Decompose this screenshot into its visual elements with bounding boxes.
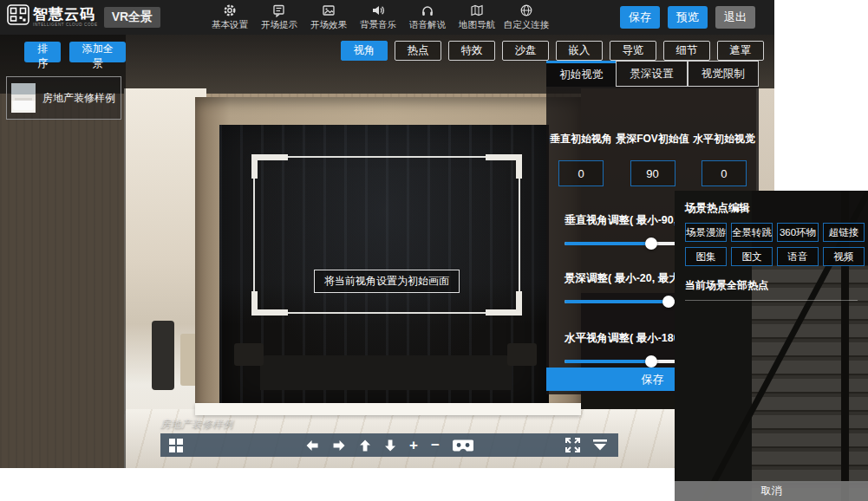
- menu-item-opening-prompt[interactable]: 开场提示: [258, 3, 300, 31]
- brand-name: 智慧云码: [33, 7, 98, 22]
- menu-item-basic-settings[interactable]: 基本设置: [209, 3, 251, 31]
- hotspot-type-360-object[interactable]: 360环物: [777, 223, 819, 242]
- pan-down-icon[interactable]: [384, 439, 396, 452]
- tab-initial-view[interactable]: 初始视觉: [546, 61, 616, 87]
- menu-item-background-music[interactable]: 背景音乐: [357, 3, 399, 31]
- menu-label: 基本设置: [212, 19, 248, 31]
- scene-list-item[interactable]: 房地产装修样例: [6, 76, 121, 120]
- settings-tabbar: 初始视觉 景深设置 视觉限制: [546, 61, 759, 87]
- sort-button[interactable]: 排序: [24, 42, 61, 62]
- map-icon: [470, 3, 484, 17]
- table-lamp: [507, 343, 537, 366]
- vertical-initial-label: 垂直初始视角: [550, 132, 612, 146]
- zoom-out-icon[interactable]: −: [431, 438, 440, 452]
- menu-item-map-navigation[interactable]: 地图导航: [456, 3, 498, 31]
- preview-button[interactable]: 预览: [668, 6, 708, 29]
- hotspot-type-hyperlink[interactable]: 超链接: [823, 223, 865, 242]
- fullscreen-icon[interactable]: [565, 438, 580, 452]
- hotspot-edit-panel: 场景热点编辑 场景漫游 全景转跳 360环物 超链接 图集 图文 语音 视频 当…: [675, 191, 868, 501]
- pan-left-icon[interactable]: [305, 439, 319, 452]
- hotspot-type-scene-roam[interactable]: 场景漫游: [685, 223, 727, 242]
- slider-thumb[interactable]: [645, 237, 657, 250]
- prompt-icon: [272, 3, 286, 17]
- initial-view-fields: 垂直初始视角 景深FOV初始值 水平初始视觉: [546, 132, 759, 186]
- hotspot-type-grid: 场景漫游 全景转跳 360环物 超链接 图集 图文 语音 视频: [675, 216, 868, 266]
- tab-mask[interactable]: 遮罩: [717, 41, 764, 61]
- dark-chair: [152, 321, 174, 390]
- speaker-icon: [371, 3, 385, 17]
- cancel-button[interactable]: 取消: [675, 481, 868, 501]
- globe-icon: [519, 3, 533, 17]
- effect-image-icon: [322, 3, 336, 17]
- viewfinder-corner: [251, 154, 288, 179]
- tab-effects[interactable]: 特效: [448, 41, 495, 61]
- hotspot-type-pano-jump[interactable]: 全景转跳: [731, 223, 773, 242]
- slider-fill: [565, 300, 669, 303]
- tab-tour[interactable]: 导览: [610, 41, 656, 61]
- header-menu: 基本设置 开场提示 开场效果: [209, 3, 547, 31]
- pan-right-icon[interactable]: [332, 439, 346, 452]
- mode-tabbar: 视角 热点 特效 沙盘 嵌入 导览 细节 遮罩: [341, 41, 764, 61]
- horizontal-initial-input[interactable]: [702, 160, 747, 186]
- brand: 智慧云码 INTELLIGENT CLOUD CODE VR全景: [0, 4, 160, 30]
- slider-thumb[interactable]: [645, 355, 657, 368]
- scene-sidebar: 排序 添加全景 房地产装修样例: [0, 35, 126, 468]
- headphones-icon: [421, 3, 434, 17]
- exit-button[interactable]: 退出: [715, 6, 755, 29]
- viewer-toolbar: + −: [160, 433, 618, 457]
- tab-sandbox[interactable]: 沙盘: [502, 41, 549, 61]
- menu-item-custom-link[interactable]: 自定义连接: [506, 3, 547, 31]
- slider-fill: [565, 360, 651, 363]
- hotspot-type-gallery[interactable]: 图集: [685, 247, 727, 266]
- slider-thumb[interactable]: [662, 296, 675, 308]
- hotspot-type-audio[interactable]: 语音: [777, 247, 819, 266]
- add-panorama-button[interactable]: 添加全景: [69, 42, 126, 62]
- tab-embed[interactable]: 嵌入: [556, 41, 603, 61]
- table-lamp: [234, 343, 264, 366]
- tab-detail[interactable]: 细节: [663, 41, 710, 61]
- gear-icon: [223, 3, 237, 17]
- qr-code-icon: [7, 4, 29, 30]
- page: 将当前视角设置为初始画面 智慧云码 INTELLIGENT: [0, 0, 868, 501]
- hotspot-type-video[interactable]: 视频: [823, 247, 865, 266]
- top-header: 智慧云码 INTELLIGENT CLOUD CODE VR全景 基本设置 开场…: [0, 0, 774, 35]
- menu-label: 自定义连接: [504, 19, 550, 31]
- viewfinder-corner: [486, 291, 522, 316]
- save-button[interactable]: 保存: [620, 6, 660, 29]
- hotspot-type-image-text[interactable]: 图文: [731, 247, 773, 266]
- tab-depth-settings[interactable]: 景深设置: [616, 61, 687, 87]
- vr-pano-badge: VR全景: [104, 7, 160, 28]
- floor-platform: [195, 403, 581, 415]
- horizontal-initial-label: 水平初始视觉: [693, 132, 755, 146]
- menu-item-voice-narration[interactable]: 语音解说: [407, 3, 448, 31]
- menu-item-opening-effect[interactable]: 开场效果: [308, 3, 349, 31]
- set-initial-view-button[interactable]: 将当前视角设置为初始画面: [314, 270, 460, 293]
- tab-hotspot[interactable]: 热点: [395, 41, 441, 61]
- tab-view-limits[interactable]: 视觉限制: [688, 61, 759, 87]
- scene-thumbnail: [11, 83, 36, 113]
- vr-goggles-icon[interactable]: [453, 439, 473, 452]
- vertical-initial-input[interactable]: [558, 160, 604, 186]
- scene-watermark: 房地产装修样例: [160, 417, 233, 432]
- zoom-in-icon[interactable]: +: [409, 438, 418, 452]
- initial-view-frame[interactable]: 将当前视角设置为初始画面: [253, 156, 520, 314]
- menu-label: 地图导航: [459, 19, 495, 31]
- menu-label: 开场效果: [310, 19, 347, 31]
- brand-subtitle: INTELLIGENT CLOUD CODE: [33, 23, 98, 28]
- divider: [685, 300, 858, 301]
- menu-label: 背景音乐: [360, 19, 396, 31]
- pan-up-icon[interactable]: [359, 439, 371, 452]
- tab-view-angle[interactable]: 视角: [341, 41, 388, 61]
- menu-label: 开场提示: [261, 19, 297, 31]
- sofa-silhouette: [260, 355, 512, 390]
- hotspot-panel-title: 场景热点编辑: [675, 191, 868, 216]
- viewfinder-corner: [486, 154, 522, 179]
- scene-title: 房地产装修样例: [42, 91, 115, 106]
- viewfinder-corner: [251, 291, 288, 316]
- menu-label: 语音解说: [409, 19, 446, 31]
- thumbnail-grid-icon[interactable]: [160, 437, 185, 454]
- header-actions: 保存 预览 退出: [620, 6, 774, 29]
- fov-initial-input[interactable]: [630, 160, 675, 186]
- slider-fill: [565, 242, 651, 245]
- collapse-toolbar-icon[interactable]: [592, 439, 608, 452]
